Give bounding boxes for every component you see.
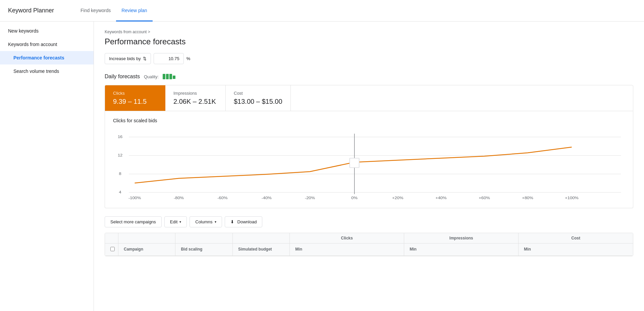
sidebar-item-new-keywords[interactable]: New keywords <box>0 24 94 38</box>
content-inner: Keywords from account > Performance fore… <box>94 21 644 311</box>
quality-bar-1 <box>163 74 165 79</box>
svg-text:12: 12 <box>118 153 123 158</box>
svg-text:-60%: -60% <box>217 196 227 200</box>
chart-svg-container: 16 12 8 4 <box>113 129 625 203</box>
page-title: Performance forecasts <box>105 37 633 46</box>
daily-forecasts-title: Daily forecasts <box>105 74 140 80</box>
download-button[interactable]: ⬇ Download <box>225 216 263 227</box>
metric-card-impressions[interactable]: Impressions 2.06K – 2.51K <box>165 85 226 111</box>
svg-text:-100%: -100% <box>128 196 141 200</box>
columns-chevron-icon: ▾ <box>215 220 216 224</box>
edit-button[interactable]: Edit ▾ <box>164 216 187 227</box>
quality-bar-2 <box>166 74 169 79</box>
svg-text:8: 8 <box>119 172 122 176</box>
metric-card-clicks[interactable]: Clicks 9.39 – 11.5 <box>105 85 165 111</box>
table-simulated-budget-header-blank <box>233 233 290 243</box>
svg-text:+40%: +40% <box>435 196 447 200</box>
table-container: Clicks Impressions Cost Campaign Bid sca… <box>105 233 633 256</box>
svg-text:+20%: +20% <box>392 196 404 200</box>
svg-text:4: 4 <box>119 190 122 194</box>
metric-cost-value: $13.00 – $15.00 <box>234 98 282 105</box>
top-nav: Keyword Planner Find keywords Review pla… <box>0 0 644 21</box>
metric-clicks-label: Clicks <box>113 91 157 96</box>
table-checkbox-col[interactable] <box>105 243 118 256</box>
table-impressions-min-col-header: Min <box>404 243 519 256</box>
daily-forecasts-header: Daily forecasts Quality: <box>105 74 633 80</box>
chart-area: Clicks for scaled bids 16 12 8 4 <box>105 111 633 208</box>
table-column-headers: Campaign Bid scaling Simulated budget Mi… <box>105 243 633 256</box>
toolbar: Select more campaigns Edit ▾ Columns ▾ ⬇… <box>105 216 633 227</box>
main-content: Keywords from account > Performance fore… <box>94 21 644 311</box>
table-campaign-col-header: Campaign <box>118 243 175 256</box>
bid-control-label: Increase bids by <box>109 56 141 61</box>
table-simulated-budget-col-header: Simulated budget <box>233 243 290 256</box>
table-cost-min-col-header: Min <box>519 243 633 256</box>
svg-text:+80%: +80% <box>522 196 533 200</box>
svg-text:-20%: -20% <box>305 196 315 200</box>
table-cost-group-header: Cost <box>519 233 633 243</box>
table-group-headers: Clicks Impressions Cost <box>105 233 633 243</box>
tab-review-plan[interactable]: Review plan <box>116 0 152 21</box>
table-impressions-group-header: Impressions <box>404 233 519 243</box>
increase-bids-button[interactable]: Increase bids by ⇅ <box>105 53 151 64</box>
svg-text:-80%: -80% <box>174 196 184 200</box>
columns-button[interactable]: Columns ▾ <box>190 216 222 227</box>
svg-text:+60%: +60% <box>479 196 490 200</box>
app-title: Keyword Planner <box>8 7 62 14</box>
select-campaigns-button[interactable]: Select more campaigns <box>105 216 162 227</box>
layout: New keywords Keywords from account Perfo… <box>0 21 644 311</box>
metric-impressions-value: 2.06K – 2.51K <box>173 98 217 105</box>
metric-clicks-value: 9.39 – 11.5 <box>113 98 157 105</box>
table-campaign-header-blank <box>118 233 175 243</box>
sidebar: New keywords Keywords from account Perfo… <box>0 21 94 311</box>
table-bid-scaling-header-blank <box>175 233 232 243</box>
nav-tabs: Find keywords Review plan <box>75 0 153 21</box>
bid-control: Increase bids by ⇅ % <box>105 53 633 64</box>
metric-impressions-label: Impressions <box>173 91 217 96</box>
table-clicks-min-col-header: Min <box>290 243 404 256</box>
breadcrumb-parent[interactable]: Keywords from account <box>105 30 147 34</box>
quality-label: Quality: <box>144 74 159 79</box>
metric-cards: Clicks 9.39 – 11.5 Impressions 2.06K – 2… <box>105 85 633 111</box>
table-bid-scaling-col-header: Bid scaling <box>175 243 232 256</box>
quality-bar-3 <box>169 74 172 79</box>
table-clicks-group-header: Clicks <box>290 233 404 243</box>
chevron-up-down-icon: ⇅ <box>143 56 147 61</box>
tab-find-keywords[interactable]: Find keywords <box>75 0 116 21</box>
metric-card-cost[interactable]: Cost $13.00 – $15.00 <box>226 85 291 111</box>
metric-cost-label: Cost <box>234 91 282 96</box>
bid-percent-label: % <box>186 56 191 61</box>
chart-title: Clicks for scaled bids <box>113 118 625 123</box>
chart-svg: 16 12 8 4 <box>113 129 625 203</box>
svg-text:-40%: -40% <box>262 196 272 200</box>
sidebar-item-keywords-from-account[interactable]: Keywords from account <box>0 38 94 51</box>
download-icon: ⬇ <box>230 219 234 224</box>
svg-text:0%: 0% <box>351 196 358 200</box>
edit-chevron-icon: ▾ <box>179 220 181 224</box>
svg-text:+100%: +100% <box>565 196 579 200</box>
table-blank-checkbox-header <box>105 233 118 243</box>
bid-value-input[interactable] <box>154 53 184 64</box>
quality-bar-4 <box>173 76 175 79</box>
quality-bars <box>163 74 175 79</box>
breadcrumb: Keywords from account > <box>105 30 633 34</box>
svg-text:16: 16 <box>118 135 123 139</box>
sidebar-item-performance-forecasts[interactable]: Performance forecasts <box>0 51 94 64</box>
sidebar-item-search-volume-trends[interactable]: Search volume trends <box>0 64 94 78</box>
table-select-all-checkbox[interactable] <box>110 247 115 251</box>
current-marker-box <box>350 158 359 168</box>
